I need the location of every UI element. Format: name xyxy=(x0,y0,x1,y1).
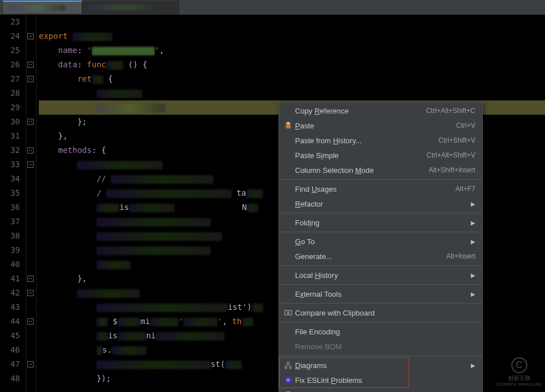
menu-item-label: Refactor xyxy=(294,200,471,208)
fold-toggle-icon[interactable]: − xyxy=(27,147,34,153)
line-number: 48 xyxy=(0,371,20,386)
submenu-arrow-icon: ▶ xyxy=(471,362,475,369)
menu-item-file-encoding[interactable]: File Encoding xyxy=(279,324,482,339)
submenu-arrow-icon: ▶ xyxy=(471,201,475,207)
menu-item-external-tools[interactable]: External Tools▶ xyxy=(279,286,482,301)
submenu-arrow-icon: ▶ xyxy=(471,291,475,297)
fold-toggle-icon[interactable]: − xyxy=(27,119,34,125)
context-menu: Copy ReferenceCtrl+Alt+Shift+CPasteCtrl+… xyxy=(278,102,483,392)
menu-item-paste-from-history[interactable]: Paste from History...Ctrl+Shift+V xyxy=(279,133,482,148)
menu-separator xyxy=(279,265,482,266)
menu-item-label: Paste from History... xyxy=(294,136,438,145)
svg-rect-2 xyxy=(285,310,288,315)
line-number: 47 xyxy=(0,357,20,371)
code-line: data: func () { xyxy=(39,58,545,72)
line-number: 46 xyxy=(0,343,20,357)
fold-toggle-icon[interactable]: − xyxy=(27,62,34,68)
line-number: 44 xyxy=(0,314,20,329)
menu-item-fix-eslint-problems[interactable]: Fix ESLint Problems xyxy=(279,373,482,387)
line-number: 31 xyxy=(0,129,20,143)
line-number: 32 xyxy=(0,143,20,157)
menu-shortcut: Ctrl+Alt+Shift+C xyxy=(426,107,475,115)
code-line xyxy=(39,86,545,100)
menu-item-label: Local History xyxy=(294,271,471,280)
watermark-subtext: CDXWCX.XINHULIAN xyxy=(497,382,542,386)
menu-item-label: Diagrams xyxy=(294,361,471,370)
code-line: ret { xyxy=(39,72,545,86)
line-number: 27 xyxy=(0,72,20,86)
menu-shortcut: Ctrl+Alt+Shift+V xyxy=(426,151,475,159)
menu-separator xyxy=(279,232,482,232)
menu-item-label: Paste Simple xyxy=(294,151,426,160)
menu-item-label: Compare with Clipboard xyxy=(294,309,475,317)
menu-item-copy-reference[interactable]: Copy ReferenceCtrl+Alt+Shift+C xyxy=(279,103,482,118)
menu-item-compare-with-clipboard[interactable]: Compare with Clipboard xyxy=(279,305,482,320)
paste-icon xyxy=(282,122,294,130)
submenu-arrow-icon: ▶ xyxy=(471,272,475,278)
fold-toggle-icon[interactable]: − xyxy=(27,290,34,296)
svg-point-4 xyxy=(287,362,289,364)
menu-item-generate[interactable]: Generate...Alt+Insert xyxy=(279,249,482,264)
line-number: 24 xyxy=(0,29,20,43)
menu-item-label: Fix ESLint Problems xyxy=(294,376,475,385)
line-number: 41 xyxy=(0,272,20,286)
menu-item-find-usages[interactable]: Find UsagesAlt+F7 xyxy=(279,181,482,196)
line-number: 35 xyxy=(0,186,20,200)
line-number: 45 xyxy=(0,329,20,343)
line-number: 43 xyxy=(0,300,20,314)
menu-item-label: Column Selection Mode xyxy=(294,166,429,175)
menu-item-refactor[interactable]: Refactor▶ xyxy=(279,196,482,211)
menu-shortcut: Ctrl+Shift+V xyxy=(438,136,475,144)
line-number: 30 xyxy=(0,115,20,129)
menu-item-go-to[interactable]: Go To▶ xyxy=(279,234,482,249)
fold-toggle-icon[interactable]: − xyxy=(27,276,34,282)
editor-tab-bar xyxy=(0,0,545,15)
menu-separator xyxy=(279,284,482,285)
line-number: 34 xyxy=(0,172,20,186)
fold-toggle-icon[interactable]: − xyxy=(27,33,34,39)
fold-toggle-icon[interactable]: − xyxy=(27,76,34,82)
menu-item-column-selection-mode[interactable]: Column Selection ModeAlt+Shift+Insert xyxy=(279,163,482,177)
fold-gutter[interactable]: −−−−−−−−−− xyxy=(26,15,37,392)
line-number: 40 xyxy=(0,257,20,272)
line-number-gutter: 2324252627282930313233343536373839404142… xyxy=(0,15,26,392)
menu-item-paste[interactable]: PasteCtrl+V xyxy=(279,118,482,133)
line-number: 29 xyxy=(0,100,20,115)
menu-item-paste-simple[interactable]: Paste SimpleCtrl+Alt+Shift+V xyxy=(279,148,482,163)
menu-item-remove-bom: Remove BOM xyxy=(279,339,482,354)
menu-item-label: Find Usages xyxy=(294,185,455,193)
watermark: C 创新互联 CDXWCX.XINHULIAN xyxy=(497,357,542,386)
menu-separator xyxy=(279,213,482,213)
line-number: 37 xyxy=(0,215,20,229)
menu-shortcut: Alt+Shift+Insert xyxy=(429,166,475,174)
menu-item-diagrams[interactable]: Diagrams▶ xyxy=(279,358,482,373)
fold-toggle-icon[interactable]: − xyxy=(27,361,34,367)
svg-rect-3 xyxy=(289,310,292,315)
diagram-icon xyxy=(282,361,294,369)
code-line xyxy=(39,15,545,29)
svg-rect-1 xyxy=(287,122,289,124)
menu-shortcut: Alt+Insert xyxy=(446,252,475,260)
menu-item-label: Paste xyxy=(294,122,456,130)
line-number: 28 xyxy=(0,86,20,100)
submenu-arrow-icon: ▶ xyxy=(471,220,475,226)
svg-point-5 xyxy=(285,366,287,369)
menu-item-label: External Tools xyxy=(294,290,471,298)
menu-separator xyxy=(279,322,482,322)
eslint-icon xyxy=(282,376,294,384)
menu-item-create-gist[interactable]: Create Gist... xyxy=(279,387,482,392)
line-number: 33 xyxy=(0,157,20,172)
editor-tab[interactable] xyxy=(82,1,179,14)
fold-toggle-icon[interactable]: − xyxy=(27,161,34,168)
menu-separator xyxy=(279,355,482,356)
menu-item-local-history[interactable]: Local History▶ xyxy=(279,268,482,282)
line-number: 39 xyxy=(0,243,20,257)
menu-item-folding[interactable]: Folding▶ xyxy=(279,215,482,230)
watermark-text: 创新互联 xyxy=(508,374,531,382)
code-line: export xyxy=(39,29,545,43)
editor-tab[interactable] xyxy=(2,1,82,14)
menu-item-label: Remove BOM xyxy=(294,342,475,351)
code-line: name: '', xyxy=(39,43,545,58)
submenu-arrow-icon: ▶ xyxy=(471,239,475,245)
fold-toggle-icon[interactable]: − xyxy=(27,318,34,325)
